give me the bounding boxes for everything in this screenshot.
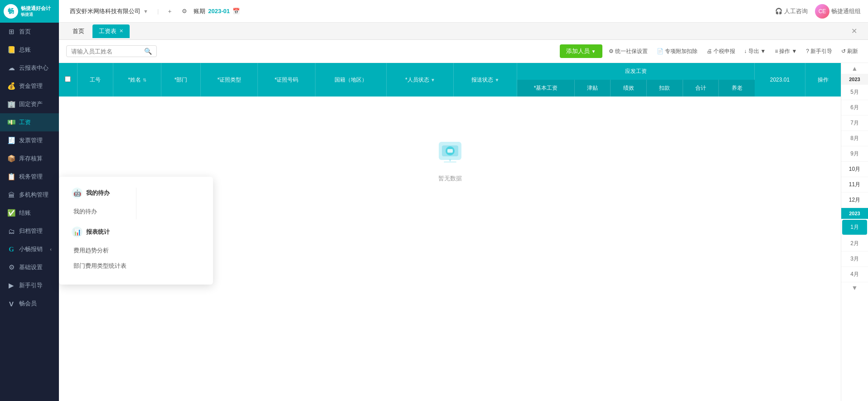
sidebar-item-tax[interactable]: 📋 税务管理 — [0, 168, 59, 186]
popup-item-dept-expense[interactable]: 部门费用类型统计表 — [72, 258, 131, 274]
th-bonus: 绩效 — [611, 80, 647, 97]
empty-illustration — [432, 133, 468, 169]
logo-icon: 畅 — [4, 4, 18, 19]
export-button[interactable]: ↓ 导出 ▼ — [742, 46, 769, 57]
sidebar-item-ledger[interactable]: 📒 总账 — [0, 41, 59, 59]
refresh-label: 刷新 — [847, 48, 858, 55]
send-filter-icon[interactable]: ▼ — [495, 77, 499, 82]
content-close-button[interactable]: ✕ — [848, 25, 861, 37]
date-item-3[interactable]: 3月 — [841, 251, 868, 267]
date-item-5[interactable]: 5月 — [841, 85, 868, 100]
guide-btn-icon: ? — [806, 48, 809, 54]
popup-grid: 🤖 我的待办 我的待办 📊 报表统计 费用趋势分析 部门费用类型统计表 — [66, 184, 206, 277]
sidebar-item-invoice[interactable]: 🧾 发票管理 — [0, 131, 59, 150]
tabbar: 首页 工资表 ✕ ✕ — [59, 23, 868, 40]
headset-icon: 🎧 — [775, 8, 782, 14]
add-person-button[interactable]: 添加人员 ▼ — [560, 44, 602, 58]
deduction-icon: 📄 — [657, 48, 664, 54]
date-nav-up[interactable]: ▲ — [841, 63, 868, 74]
th-year-month: 2023.01 — [755, 63, 805, 97]
tab-home[interactable]: 首页 — [66, 24, 91, 38]
date-item-6[interactable]: 6月 — [841, 100, 868, 116]
sidebar-item-label: 结账 — [19, 209, 31, 217]
add-company-button[interactable]: ＋ — [164, 5, 175, 17]
sidebar-item-multi-org[interactable]: 🏛 多机构管理 — [0, 186, 59, 204]
company-selector[interactable]: 西安虾米网络科技有限公司 ▼ — [66, 5, 152, 17]
th-checkbox[interactable] — [59, 63, 77, 97]
sidebar-item-label: 多机构管理 — [19, 191, 48, 199]
date-panel: ▲ 2023 5月 6月 7月 8月 9月 10月 11月 12月 2023 1… — [841, 63, 868, 401]
date-item-7[interactable]: 7月 — [841, 116, 868, 131]
social-insurance-button[interactable]: ⚙ 统一社保设置 — [606, 46, 650, 57]
search-input[interactable] — [71, 48, 141, 55]
date-item-4[interactable]: 4月 — [841, 267, 868, 282]
sidebar-item-label: 工资 — [19, 118, 31, 126]
report-section-icon: 📊 — [72, 227, 82, 237]
filter-icon[interactable]: ▼ — [431, 77, 435, 82]
operation-button[interactable]: ≡ 操作 ▼ — [772, 46, 800, 57]
todo-section-icon: 🤖 — [72, 188, 82, 198]
svg-rect-5 — [444, 161, 456, 163]
special-deduction-button[interactable]: 📄 专项附加扣除 — [654, 46, 700, 57]
sidebar-item-expense[interactable]: G 小畅报销 ‹ — [0, 240, 59, 258]
sort-icon[interactable]: ⇅ — [143, 77, 146, 82]
guide-icon: ▶ — [7, 281, 15, 290]
sidebar-item-fund[interactable]: 💰 资金管理 — [0, 77, 59, 95]
period-value: 2023-01 — [208, 8, 230, 14]
date-item-12[interactable]: 12月 — [841, 193, 868, 208]
invoice-icon: 🧾 — [7, 136, 15, 145]
sidebar-item-settlement[interactable]: ✅ 结账 — [0, 204, 59, 222]
sidebar-item-member[interactable]: V 畅会员 — [0, 295, 59, 313]
search-box[interactable]: 🔍 — [66, 45, 157, 57]
sidebar-item-cloud-report[interactable]: ☁ 云报表中心 — [0, 59, 59, 77]
app-logo: 畅 畅捷通好会计 畅捷通 — [0, 0, 59, 23]
report-section-label: 报表统计 — [86, 228, 110, 236]
add-label: 添加人员 — [566, 47, 590, 55]
refresh-button[interactable]: ↺ 刷新 — [839, 46, 861, 57]
popup-item-todo[interactable]: 我的待办 — [72, 204, 131, 219]
export-arrow-icon: ▼ — [761, 48, 766, 54]
expense-trend-label: 费用趋势分析 — [73, 247, 109, 254]
tab-close-icon[interactable]: ✕ — [119, 28, 123, 34]
tax-decl-label: 个税申报 — [713, 48, 735, 55]
sidebar-item-guide[interactable]: ▶ 新手引导 — [0, 276, 59, 295]
popup-item-expense-trend[interactable]: 费用趋势分析 — [72, 243, 131, 258]
tab-home-label: 首页 — [73, 27, 84, 35]
sidebar-item-inventory[interactable]: 📦 库存核算 — [0, 150, 59, 168]
th-subsidy: 津贴 — [574, 80, 611, 97]
support-button[interactable]: 🎧 人工咨询 — [775, 7, 808, 15]
inventory-icon: 📦 — [7, 155, 15, 163]
sidebar-item-label: 固定资产 — [19, 100, 43, 108]
th-send-status: 报送状态 ▼ — [454, 63, 517, 97]
date-item-1[interactable]: 1月 — [842, 220, 867, 235]
username: 畅捷通组组 — [831, 7, 861, 15]
sidebar-item-fixed-asset[interactable]: 🏢 固定资产 — [0, 95, 59, 113]
tab-salary-table[interactable]: 工资表 ✕ — [92, 24, 130, 38]
tax-icon: 📋 — [7, 173, 15, 181]
sidebar-item-basic[interactable]: ⚙ 基础设置 — [0, 258, 59, 276]
guide-button[interactable]: ? 新手引导 — [803, 46, 835, 57]
date-item-10[interactable]: 10月 — [841, 162, 868, 177]
member-icon: V — [7, 300, 15, 308]
tax-declaration-button[interactable]: 🖨 个税申报 — [704, 46, 738, 57]
date-nav-down[interactable]: ▼ — [841, 282, 868, 293]
sidebar-item-label: 畅会员 — [19, 300, 37, 308]
date-item-8[interactable]: 8月 — [841, 131, 868, 146]
user-profile[interactable]: CE 畅捷通组组 — [815, 4, 861, 19]
th-id-no: *证照号码 — [258, 63, 315, 97]
company-name: 西安虾米网络科技有限公司 — [70, 7, 141, 15]
sidebar-item-salary[interactable]: 💵 工资 — [0, 113, 59, 131]
sidebar-item-archive[interactable]: 🗂 归档管理 — [0, 222, 59, 240]
operation-label: 操作 — [779, 48, 790, 55]
plus-icon: ＋ — [167, 7, 173, 15]
settings-button[interactable]: ⚙ — [179, 6, 190, 16]
guide-label: 新手引导 — [810, 48, 832, 55]
calendar-icon[interactable]: 📅 — [233, 8, 240, 14]
select-all-checkbox[interactable] — [65, 76, 71, 82]
date-item-2[interactable]: 2月 — [841, 236, 868, 251]
popup-section-report: 📊 报表统计 费用趋势分析 部门费用类型统计表 — [66, 223, 136, 277]
date-item-11[interactable]: 11月 — [841, 177, 868, 193]
sidebar-item-home[interactable]: ⊞ 首页 — [0, 23, 59, 41]
support-label: 人工咨询 — [784, 7, 808, 15]
date-item-9[interactable]: 9月 — [841, 146, 868, 162]
